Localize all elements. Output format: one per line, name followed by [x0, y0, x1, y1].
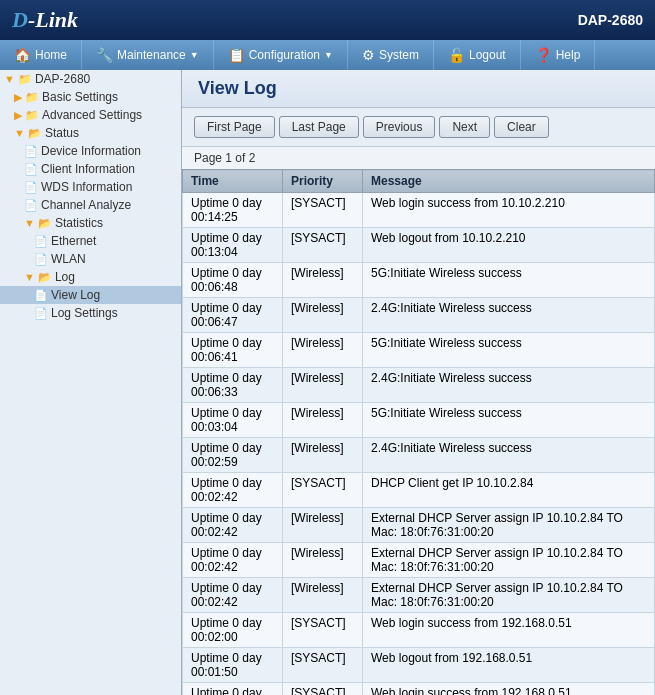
cell-priority: [SYSACT] [283, 193, 363, 228]
sidebar-item-label: Client Information [41, 162, 135, 176]
navbar: 🏠 Home 🔧 Maintenance ▼ 📋 Configuration ▼… [0, 40, 655, 70]
nav-system[interactable]: ⚙ System [348, 40, 434, 70]
cell-time: Uptime 0 day 00:02:42 [183, 508, 283, 543]
cell-time: Uptime 0 day 00:03:04 [183, 403, 283, 438]
cell-priority: [Wireless] [283, 543, 363, 578]
sidebar-item-label: Log [55, 270, 75, 284]
sidebar-item-client-info[interactable]: 📄 Client Information [0, 160, 181, 178]
cell-time: Uptime 0 day 00:14:25 [183, 193, 283, 228]
expand-icon: ▼ [4, 73, 15, 85]
home-icon: 🏠 [14, 47, 31, 63]
nav-help[interactable]: ❓ Help [521, 40, 596, 70]
cell-priority: [SYSACT] [283, 473, 363, 508]
sidebar-item-device-info[interactable]: 📄 Device Information [0, 142, 181, 160]
sidebar-item-label: Status [45, 126, 79, 140]
doc-icon: 📄 [34, 289, 48, 302]
help-icon: ❓ [535, 47, 552, 63]
table-row: Uptime 0 day 00:03:04[Wireless]5G:Initia… [183, 403, 655, 438]
table-row: Uptime 0 day 00:02:42[Wireless]External … [183, 543, 655, 578]
cell-message: 2.4G:Initiate Wireless success [363, 298, 655, 333]
last-page-button[interactable]: Last Page [279, 116, 359, 138]
nav-home[interactable]: 🏠 Home [0, 40, 82, 70]
sidebar-item-ethernet[interactable]: 📄 Ethernet [0, 232, 181, 250]
folder-icon: 📂 [38, 217, 52, 230]
first-page-button[interactable]: First Page [194, 116, 275, 138]
cell-time: Uptime 0 day 00:02:42 [183, 473, 283, 508]
sidebar-item-log-settings[interactable]: 📄 Log Settings [0, 304, 181, 322]
table-row: Uptime 0 day 00:02:42[SYSACT]DHCP Client… [183, 473, 655, 508]
cell-message: Web login success from 10.10.2.210 [363, 193, 655, 228]
sidebar-item-dap2680[interactable]: ▼ 📁 DAP-2680 [0, 70, 181, 88]
cell-time: Uptime 0 day 00:06:47 [183, 298, 283, 333]
dlink-logo: D-Link [12, 7, 78, 33]
col-header-message: Message [363, 170, 655, 193]
button-bar: First Page Last Page Previous Next Clear [182, 108, 655, 147]
table-row: Uptime 0 day 00:06:48[Wireless]5G:Initia… [183, 263, 655, 298]
folder-icon: 📂 [38, 271, 52, 284]
sidebar-item-log[interactable]: ▼ 📂 Log [0, 268, 181, 286]
cell-priority: [Wireless] [283, 508, 363, 543]
maintenance-arrow-icon: ▼ [190, 50, 199, 60]
expand-icon: ▼ [24, 271, 35, 283]
cell-time: Uptime 0 day 00:02:42 [183, 578, 283, 613]
cell-message: Web logout from 192.168.0.51 [363, 648, 655, 683]
sidebar-item-status[interactable]: ▼ 📂 Status [0, 124, 181, 142]
page-title: View Log [182, 70, 655, 108]
sidebar-item-statistics[interactable]: ▼ 📂 Statistics [0, 214, 181, 232]
cell-time: Uptime 0 day 00:01:22 [183, 683, 283, 696]
nav-system-label: System [379, 48, 419, 62]
maintenance-icon: 🔧 [96, 47, 113, 63]
col-header-priority: Priority [283, 170, 363, 193]
table-row: Uptime 0 day 00:01:22[SYSACT]Web login s… [183, 683, 655, 696]
clear-button[interactable]: Clear [494, 116, 549, 138]
sidebar-item-label: DAP-2680 [35, 72, 90, 86]
cell-message: External DHCP Server assign IP 10.10.2.8… [363, 543, 655, 578]
cell-message: 5G:Initiate Wireless success [363, 333, 655, 368]
cell-message: 2.4G:Initiate Wireless success [363, 438, 655, 473]
sidebar-item-wlan[interactable]: 📄 WLAN [0, 250, 181, 268]
sidebar-item-view-log[interactable]: 📄 View Log [0, 286, 181, 304]
table-row: Uptime 0 day 00:02:59[Wireless]2.4G:Init… [183, 438, 655, 473]
sidebar-item-label: Ethernet [51, 234, 96, 248]
folder-icon: 📁 [25, 91, 39, 104]
folder-icon: 📁 [25, 109, 39, 122]
nav-logout-label: Logout [469, 48, 506, 62]
content-area: View Log First Page Last Page Previous N… [182, 70, 655, 695]
configuration-arrow-icon: ▼ [324, 50, 333, 60]
cell-time: Uptime 0 day 00:06:33 [183, 368, 283, 403]
doc-icon: 📄 [34, 253, 48, 266]
sidebar-item-channel-analyze[interactable]: 📄 Channel Analyze [0, 196, 181, 214]
cell-time: Uptime 0 day 00:06:48 [183, 263, 283, 298]
sidebar-item-label: Device Information [41, 144, 141, 158]
cell-time: Uptime 0 day 00:02:59 [183, 438, 283, 473]
folder-icon: 📁 [18, 73, 32, 86]
sidebar-item-basic-settings[interactable]: ▶ 📁 Basic Settings [0, 88, 181, 106]
nav-maintenance[interactable]: 🔧 Maintenance ▼ [82, 40, 214, 70]
page-header: D-Link DAP-2680 [0, 0, 655, 40]
table-row: Uptime 0 day 00:01:50[SYSACT]Web logout … [183, 648, 655, 683]
table-row: Uptime 0 day 00:02:42[Wireless]External … [183, 508, 655, 543]
cell-message: 2.4G:Initiate Wireless success [363, 368, 655, 403]
device-name: DAP-2680 [578, 12, 643, 28]
previous-button[interactable]: Previous [363, 116, 436, 138]
sidebar-item-advanced-settings[interactable]: ▶ 📁 Advanced Settings [0, 106, 181, 124]
expand-icon: ▼ [24, 217, 35, 229]
cell-message: Web login success from 192.168.0.51 [363, 613, 655, 648]
cell-priority: [SYSACT] [283, 228, 363, 263]
next-button[interactable]: Next [439, 116, 490, 138]
col-header-time: Time [183, 170, 283, 193]
sidebar-item-label: Advanced Settings [42, 108, 142, 122]
table-row: Uptime 0 day 00:02:42[Wireless]External … [183, 578, 655, 613]
cell-message: External DHCP Server assign IP 10.10.2.8… [363, 508, 655, 543]
cell-priority: [Wireless] [283, 438, 363, 473]
nav-configuration-label: Configuration [249, 48, 320, 62]
nav-logout[interactable]: 🔓 Logout [434, 40, 521, 70]
table-row: Uptime 0 day 00:14:25[SYSACT]Web login s… [183, 193, 655, 228]
cell-message: Web login success from 192.168.0.51 [363, 683, 655, 696]
page-info: Page 1 of 2 [182, 147, 655, 169]
nav-configuration[interactable]: 📋 Configuration ▼ [214, 40, 348, 70]
expand-icon: ▼ [14, 127, 25, 139]
doc-icon: 📄 [24, 163, 38, 176]
sidebar-item-wds-info[interactable]: 📄 WDS Information [0, 178, 181, 196]
doc-icon: 📄 [34, 307, 48, 320]
